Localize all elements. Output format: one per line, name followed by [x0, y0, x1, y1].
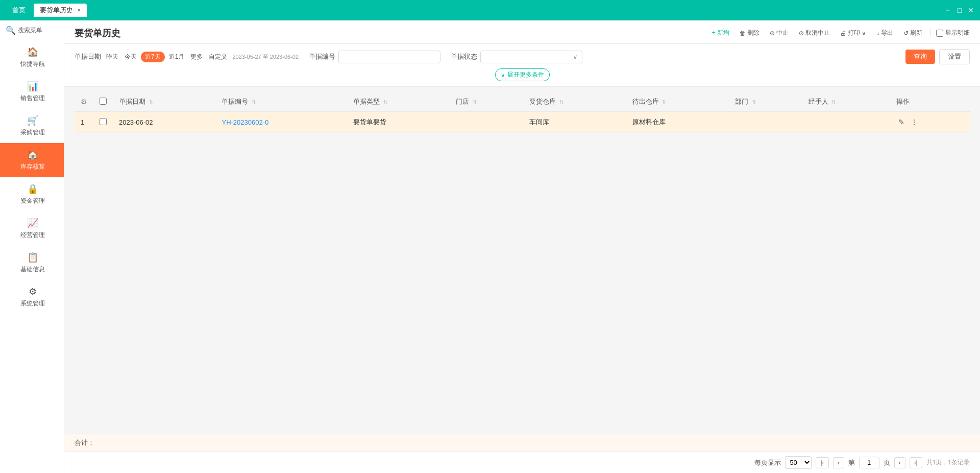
row-actions-cell: ✎ ⋮: [890, 112, 970, 133]
delete-icon: 🗑: [740, 30, 746, 37]
shortcut-7days[interactable]: 近7天: [141, 52, 165, 62]
col-reqwarehouse: 要货仓库 ⇅: [523, 92, 626, 112]
date-shortcuts: 昨天 今天 近7天 近1月 更多 自定义: [104, 52, 229, 62]
expand-icon: ∨: [501, 72, 505, 79]
sidebar-item-inventory[interactable]: 🏠 库存核算: [0, 143, 64, 177]
col-checkbox: [93, 92, 113, 112]
export-icon: ↓: [876, 30, 879, 37]
sidebar-item-system[interactable]: ⚙ 系统管理: [0, 280, 64, 314]
shortcut-more[interactable]: 更多: [188, 52, 205, 62]
per-page-select[interactable]: 50 100 200: [785, 456, 812, 469]
print-button[interactable]: 🖨 打印 ∨: [837, 27, 869, 39]
maximize-button[interactable]: □: [958, 6, 962, 14]
shortcut-today[interactable]: 今天: [122, 52, 139, 62]
new-button[interactable]: + 新增: [709, 27, 732, 39]
row-edit-button[interactable]: ✎: [896, 117, 906, 127]
summary-label: 合计：: [75, 439, 94, 446]
minimize-button[interactable]: －: [944, 6, 951, 15]
data-table: ⚙ 单据日期 ⇅ 单据编号 ⇅: [75, 92, 970, 133]
tab-home[interactable]: 首页: [6, 4, 32, 17]
row-checkbox-cell: [93, 112, 113, 133]
display-detail-input[interactable]: [936, 30, 943, 37]
sort-department-icon[interactable]: ⇅: [752, 99, 756, 105]
sidebar-item-finance[interactable]: 🔒 资金管理: [0, 177, 64, 211]
next-page-button[interactable]: ›: [894, 457, 905, 468]
search-icon: 🔍: [6, 26, 16, 35]
page-header: 要货单历史 + 新增 🗑 删除 ⊘ 中止 ⊘ 取消中止 🖨: [64, 20, 980, 44]
refresh-button[interactable]: ↺ 刷新: [900, 27, 925, 39]
row-settings-cell: 1: [75, 112, 93, 133]
sort-doctype-icon[interactable]: ⇅: [383, 99, 387, 105]
table-row: 1 2023-06-02 YH-20230602-0 要货单要货 车间库 原材料…: [75, 112, 970, 133]
shortcut-custom[interactable]: 自定义: [207, 52, 229, 62]
home-icon: 🏠: [27, 46, 38, 58]
shortcut-yesterday[interactable]: 昨天: [104, 52, 120, 62]
page-end-label: 页: [884, 458, 890, 467]
cancel-suspend-button[interactable]: ⊘ 取消中止: [796, 27, 833, 39]
display-detail-checkbox[interactable]: 显示明细: [936, 29, 970, 37]
page-number-input[interactable]: [859, 457, 879, 468]
row-date-cell: 2023-06-02: [113, 112, 215, 133]
window-actions: － □ ✕: [944, 6, 974, 15]
row-docno-cell: YH-20230602-0: [215, 112, 347, 133]
cancel-suspend-icon: ⊘: [799, 30, 804, 37]
close-button[interactable]: ✕: [968, 6, 974, 14]
pagination-bar: 每页显示 50 100 200 |‹ ‹ 第 页 › ›| 共1页，1条记录: [64, 452, 980, 473]
sort-pendingwarehouse-icon[interactable]: ⇅: [662, 99, 666, 105]
first-page-button[interactable]: |‹: [816, 457, 828, 468]
col-date: 单据日期 ⇅: [113, 92, 215, 112]
row-doctype-cell: 要货单要货: [347, 112, 450, 133]
col-doctype: 单据类型 ⇅: [347, 92, 450, 112]
main-layout: 🔍 搜索菜单 🏠 快捷导航 📊 销售管理 🛒 采购管理 🏠 库存核算 🔒 资金管…: [0, 20, 980, 473]
sidebar-item-sales[interactable]: 📊 销售管理: [0, 75, 64, 109]
expand-more-btn[interactable]: ∨ 展开更多条件: [495, 68, 550, 81]
shortcut-1month[interactable]: 近1月: [167, 52, 187, 62]
sort-reqwarehouse-icon[interactable]: ⇅: [559, 99, 564, 105]
cart-icon: 🛒: [27, 115, 38, 126]
sort-handler-icon[interactable]: ⇅: [831, 99, 836, 105]
select-all-checkbox[interactable]: [100, 98, 107, 105]
print-dropdown-icon: ∨: [862, 30, 866, 37]
sidebar-item-quick-nav[interactable]: 🏠 快捷导航: [0, 40, 64, 75]
expand-more[interactable]: ∨ 展开更多条件: [75, 68, 970, 81]
settings-button[interactable]: 设置: [939, 49, 970, 64]
export-button[interactable]: ↓ 导出: [873, 27, 896, 39]
docno-input[interactable]: [338, 51, 440, 63]
sort-store-icon[interactable]: ⇅: [473, 99, 477, 105]
prev-page-button[interactable]: ‹: [833, 457, 844, 468]
table-header-row: ⚙ 单据日期 ⇅ 单据编号 ⇅: [75, 92, 970, 112]
filter-docno: 单据编号: [309, 51, 440, 63]
sort-docno-icon[interactable]: ⇅: [252, 99, 256, 105]
status-label: 单据状态: [451, 52, 477, 61]
tab-history[interactable]: 要货单历史 ×: [34, 4, 87, 17]
col-docno: 单据编号 ⇅: [215, 92, 347, 112]
close-tab-icon[interactable]: ×: [77, 7, 81, 14]
status-select-dropdown-icon: ∨: [573, 53, 578, 61]
date-label: 单据日期: [75, 52, 101, 61]
inventory-icon: 🏠: [27, 149, 38, 160]
row-checkbox[interactable]: [100, 118, 107, 125]
top-bar: 首页 要货单历史 × － □ ✕: [0, 0, 980, 20]
suspend-button[interactable]: ⊘ 中止: [767, 27, 792, 39]
sidebar-search[interactable]: 🔍 搜索菜单: [0, 20, 64, 40]
sidebar-item-operations[interactable]: 📈 经营管理: [0, 211, 64, 246]
lock-icon: 🔒: [27, 183, 38, 195]
sidebar-item-basic-info[interactable]: 📋 基础信息: [0, 246, 64, 280]
delete-button[interactable]: 🗑 删除: [737, 27, 763, 39]
status-select[interactable]: ∨: [480, 51, 582, 63]
query-button[interactable]: 查询: [905, 50, 935, 64]
list-icon: 📋: [27, 252, 38, 263]
col-store: 门店 ⇅: [450, 92, 523, 112]
per-page-label: 每页显示: [754, 458, 781, 467]
col-pendingwarehouse: 待出仓库 ⇅: [626, 92, 729, 112]
sort-date-icon[interactable]: ⇅: [149, 99, 153, 105]
row-department-cell: [729, 112, 802, 133]
suspend-icon: ⊘: [770, 30, 775, 37]
last-page-button[interactable]: ›|: [910, 457, 922, 468]
sidebar-item-purchase[interactable]: 🛒 采购管理: [0, 109, 64, 143]
filter-right-actions: 查询 设置: [905, 49, 970, 64]
row-docno-link[interactable]: YH-20230602-0: [222, 119, 268, 126]
row-store-cell: [450, 112, 523, 133]
table-settings-icon[interactable]: ⚙: [81, 98, 87, 106]
row-more-button[interactable]: ⋮: [909, 117, 920, 127]
